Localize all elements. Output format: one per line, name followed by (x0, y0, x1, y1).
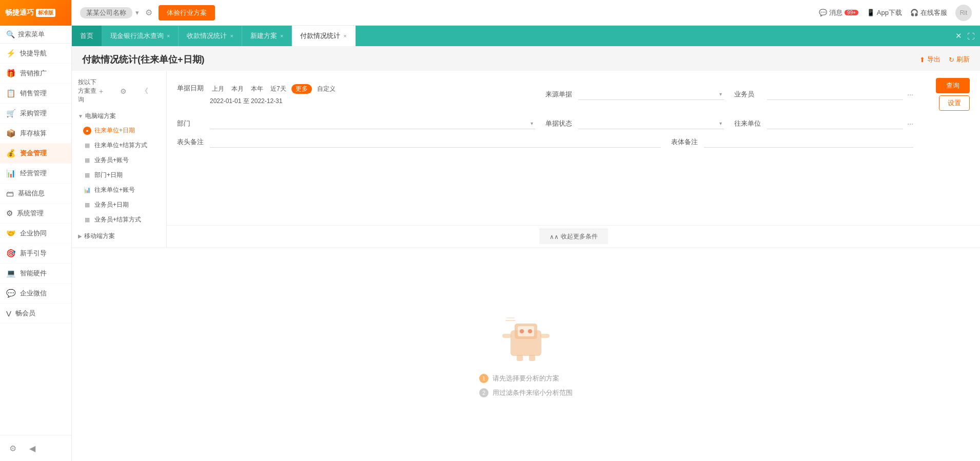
sidebar-item-smart[interactable]: 💻 智能硬件 (0, 264, 71, 284)
sidebar-item-finance[interactable]: 💰 资金管理 (0, 144, 71, 164)
message-icon: 💬 (819, 9, 827, 16)
purchase-icon: 🛒 (6, 109, 16, 118)
empty-hints: 1 请先选择要分析的方案 2 用过滤条件来缩小分析范围 (479, 374, 573, 397)
scheme-panel-header: 按以下方案查询 + ⚙ 《 (72, 75, 166, 107)
scheme-item-partner-date[interactable]: ● 往来单位+日期 (72, 123, 166, 138)
dept-select[interactable] (210, 118, 535, 129)
table-icon: ▦ (83, 171, 91, 179)
tab-close-all-icon[interactable]: ✕ (955, 31, 962, 41)
source-select[interactable] (578, 89, 724, 99)
scheme-group-pc-title[interactable]: ▼ 电脑端方案 (72, 109, 166, 123)
sidebar-item-member[interactable]: V 畅会员 (0, 304, 71, 324)
scheme-item-partner-settle[interactable]: ▦ 往来单位+结算方式 (72, 138, 166, 153)
body-note-input[interactable] (704, 136, 913, 148)
sidebar-item-quick-nav[interactable]: ⚡ 快捷导航 (0, 44, 71, 64)
scheme-item-label: 业务员+结算方式 (94, 215, 141, 224)
weixin-icon: 💬 (6, 289, 16, 298)
header-note-input[interactable] (210, 136, 661, 148)
date-opt-last-month[interactable]: 上月 (210, 84, 226, 94)
partner-dots-btn[interactable]: ··· (907, 119, 913, 128)
setting-btn[interactable]: 设置 (939, 95, 970, 111)
business-icon: 📊 (6, 169, 16, 178)
voucher-status-select[interactable] (578, 118, 724, 129)
sidebar-item-guide[interactable]: 🎯 新手引导 (0, 244, 71, 264)
export-icon: ⬆ (919, 56, 925, 64)
staff-dots-btn[interactable]: ··· (907, 90, 913, 98)
topbar-gear-icon[interactable]: ⚙ (145, 8, 152, 17)
empty-state: 1 请先选择要分析的方案 2 用过滤条件来缩小分析范围 (72, 248, 980, 461)
tab-collection-close-icon[interactable]: × (230, 33, 233, 39)
dept-filter-field: 部门 ▾ (177, 118, 535, 129)
tabs-bar-right: ✕ ⛶ (950, 26, 980, 46)
inventory-icon: 📦 (6, 129, 16, 138)
scheme-collapse-icon[interactable]: 《 (141, 87, 160, 96)
date-opt-more[interactable]: 更多 (291, 84, 312, 94)
scheme-active-icon: ● (83, 127, 91, 135)
tab-payment[interactable]: 付款情况统计 × (292, 26, 355, 46)
main-content: 某某公司名称 ▾ ⚙ 体验行业方案 💬 消息 99+ 📱 App下载 🎧 在线客… (72, 0, 980, 461)
topbar: 某某公司名称 ▾ ⚙ 体验行业方案 💬 消息 99+ 📱 App下载 🎧 在线客… (72, 0, 980, 26)
tab-payment-close-icon[interactable]: × (343, 33, 346, 39)
online-service-btn[interactable]: 🎧 在线客服 (910, 8, 947, 17)
sidebar-item-sales[interactable]: 📋 销售管理 (0, 84, 71, 104)
scheme-item-label: 部门+日期 (94, 171, 123, 179)
filter-row-2: 部门 ▾ 单据状态 ▾ (177, 118, 970, 129)
date-opt-custom[interactable]: 自定义 (315, 84, 338, 94)
scheme-group-mobile-title[interactable]: ▶ 移动端方案 (72, 229, 166, 243)
query-btn[interactable]: 查询 (936, 78, 970, 93)
sidebar-item-basic[interactable]: 🗃 基础信息 (0, 184, 71, 204)
sidebar-item-business[interactable]: 📊 经营管理 (0, 164, 71, 184)
sidebar-item-system[interactable]: ⚙ 系统管理 (0, 204, 71, 224)
export-btn[interactable]: ⬆ 导出 (919, 55, 940, 64)
scheme-item-dept-date[interactable]: ▦ 部门+日期 (72, 168, 166, 183)
tab-bank-label: 现金银行流水查询 (110, 31, 164, 41)
partner-input[interactable] (767, 118, 903, 129)
staff-input[interactable] (767, 89, 903, 100)
date-opt-this-month[interactable]: 本月 (229, 84, 246, 94)
export-label: 导出 (927, 55, 940, 64)
date-filter-field: 单据日期 上月 本月 本年 近7天 更多 自定义 20 (177, 84, 535, 106)
sidebar-item-inventory[interactable]: 📦 库存核算 (0, 124, 71, 144)
collapse-btn[interactable]: ∧∧ 收起更多条件 (539, 229, 608, 244)
sidebar-search-item[interactable]: 🔍 搜索菜单 (0, 26, 71, 44)
sidebar-item-collab[interactable]: 🤝 企业协同 (0, 224, 71, 244)
date-opt-this-year[interactable]: 本年 (249, 84, 265, 94)
member-icon: V (6, 309, 11, 318)
refresh-btn[interactable]: ↻ 刷新 (949, 55, 970, 64)
scheme-item-partner-account[interactable]: 📊 往来单位+账号 (72, 183, 166, 197)
scheme-item-staff-date[interactable]: ▦ 业务员+日期 (72, 197, 166, 212)
sidebar-item-marketing[interactable]: 🎁 营销推广 (0, 64, 71, 84)
sidebar-collapse-btn[interactable]: ◀ (25, 440, 40, 456)
sidebar-item-weixin[interactable]: 💬 企业微信 (0, 284, 71, 304)
date-opt-7days[interactable]: 近7天 (268, 84, 288, 94)
content-area: 付款情况统计(往来单位+日期) ⬆ 导出 ↻ 刷新 按以下方案查询 + ⚙ (72, 46, 980, 461)
tab-fullscreen-icon[interactable]: ⛶ (967, 32, 975, 41)
tab-collection[interactable]: 收款情况统计 × (179, 26, 242, 46)
app-download-btn[interactable]: 📱 App下载 (867, 8, 902, 17)
user-avatar[interactable]: Rit (955, 5, 972, 21)
tab-home[interactable]: 首页 (72, 26, 102, 46)
scheme-group-mobile: ▶ 移动端方案 (72, 229, 166, 243)
svg-rect-6 (517, 355, 523, 361)
sidebar-settings-btn[interactable]: ⚙ (5, 440, 21, 456)
date-range: 2022-01-01 至 2022-12-31 (210, 97, 338, 106)
page-title: 付款情况统计(往来单位+日期) (82, 53, 205, 66)
refresh-label: 刷新 (956, 55, 970, 64)
scheme-add-icon[interactable]: + (99, 87, 118, 95)
messages-btn[interactable]: 💬 消息 99+ (819, 8, 858, 17)
tab-bank-close-icon[interactable]: × (167, 33, 170, 39)
trial-btn[interactable]: 体验行业方案 (159, 5, 215, 21)
tab-new-scheme-close-icon[interactable]: × (280, 33, 283, 39)
marketing-icon: 🎁 (6, 69, 16, 78)
scheme-settings-icon[interactable]: ⚙ (120, 87, 139, 95)
tab-new-scheme[interactable]: 新建方案 × (242, 26, 292, 46)
scheme-item-staff-settle[interactable]: ▦ 业务员+结算方式 (72, 212, 166, 227)
finance-icon: 💰 (6, 149, 16, 158)
tab-home-label: 首页 (80, 31, 93, 41)
account-dropdown-icon[interactable]: ▾ (135, 9, 139, 16)
scheme-item-staff-account[interactable]: ▦ 业务员+账号 (72, 153, 166, 168)
collapse-label: 收起更多条件 (561, 232, 598, 241)
sidebar-item-purchase[interactable]: 🛒 采购管理 (0, 104, 71, 124)
sidebar-item-label: 采购管理 (20, 109, 47, 118)
tab-bank[interactable]: 现金银行流水查询 × (102, 26, 179, 46)
